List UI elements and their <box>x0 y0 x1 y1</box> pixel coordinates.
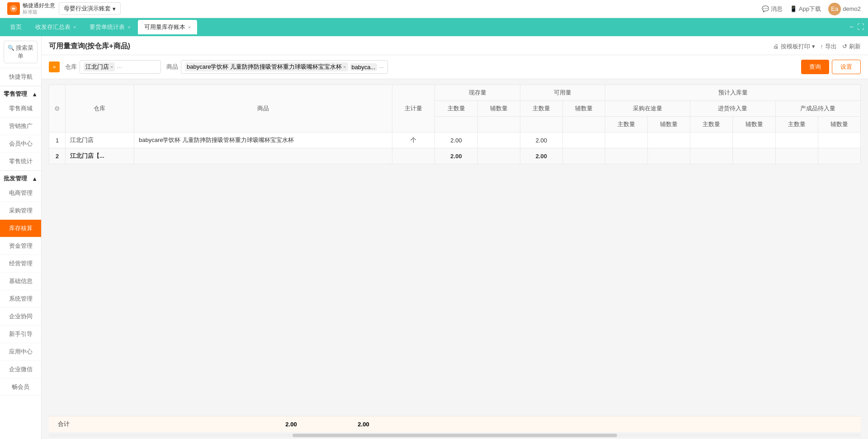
export-btn[interactable]: ↑ 导出 <box>821 42 837 51</box>
app-icon: 📱 <box>790 5 797 12</box>
row1-unit: 个 <box>392 132 435 148</box>
sidebar-item-new-guide[interactable]: 新手引导 <box>0 326 41 343</box>
refresh-btn[interactable]: ↺ 刷新 <box>842 42 861 51</box>
sidebar-item-marketing[interactable]: 营销推广 <box>0 118 41 135</box>
settings-btn[interactable]: 设置 <box>832 60 861 74</box>
warehouse-more-btn[interactable]: ··· <box>117 64 122 71</box>
sidebar-item-retail-mall[interactable]: 零售商城 <box>0 100 41 118</box>
warehouse-tag-close[interactable]: × <box>110 64 113 70</box>
row2-unit <box>392 148 435 164</box>
industry-selector[interactable]: 母婴行业演示账套 ▾ <box>59 2 121 15</box>
sidebar-item-ops-mgmt[interactable]: 经营管理 <box>0 255 41 273</box>
product-tag-1: babycare学饮杯 儿童防摔防撞吸管杯重力球吸嘴杯宝宝水杯 × <box>185 62 348 71</box>
row2-index: 2 <box>49 148 66 164</box>
table-row: 2 江北门店【... 2.00 2.00 <box>49 148 861 164</box>
sidebar-item-finance-mgmt[interactable]: 资金管理 <box>0 237 41 255</box>
top-bar: 畅捷通好生意 标准版 母婴行业演示账套 ▾ 💬 消息 📱 App下载 Ea de… <box>0 0 868 18</box>
sidebar-item-inventory-check[interactable]: 库存核算 <box>0 220 41 237</box>
th-fp-main: 主数量 <box>775 117 818 132</box>
logo-sub: 标准版 <box>23 9 55 15</box>
sidebar: 🔍 搜索菜单 快捷导航 零售管理 ▲ 零售商城 营销推广 会员中心 零售统计 批… <box>0 36 42 439</box>
message-btn[interactable]: 💬 消息 <box>762 5 783 13</box>
page-header: 可用量查询(按仓库+商品) 🖨 按模板打印 ▾ ↑ 导出 ↺ 刷新 <box>42 36 868 55</box>
row1-warehouse: 江北门店 <box>66 132 134 148</box>
th-pt-main: 主数量 <box>605 117 648 132</box>
th-pt-aux: 辅数量 <box>648 117 690 132</box>
sidebar-item-purchase-mgmt[interactable]: 采购管理 <box>0 202 41 220</box>
row1-index: 1 <box>49 132 66 148</box>
message-label: 消息 <box>771 5 783 13</box>
tab-order-stats[interactable]: 要货单统计表 × <box>83 20 137 34</box>
tab-bar-right: − ⛶ <box>849 23 864 31</box>
user-area[interactable]: Ea demo2 <box>828 3 861 15</box>
sidebar-search-btn[interactable]: 🔍 搜索菜单 <box>4 41 38 63</box>
row1-ip-main <box>690 132 733 148</box>
query-btn[interactable]: 查询 <box>801 60 829 74</box>
th-current-aux: 辅数量 <box>477 101 520 117</box>
row2-warehouse: 江北门店【... <box>66 148 134 164</box>
app-download-btn[interactable]: 📱 App下载 <box>790 5 821 13</box>
print-icon: 🖨 <box>773 43 779 50</box>
sidebar-item-app-center[interactable]: 应用中心 <box>0 343 41 361</box>
gear-icon[interactable]: ⚙ <box>54 105 60 112</box>
row2-pt-aux <box>648 148 690 164</box>
tab-available-stock[interactable]: 可用量库存账本 × <box>138 20 197 34</box>
scroll-thumb[interactable] <box>292 434 617 437</box>
tab-expand-btn[interactable]: ⛶ <box>857 23 864 31</box>
table-footer: 合计 2.00 2.00 <box>49 416 861 432</box>
sidebar-item-retail-stats[interactable]: 零售统计 <box>0 153 41 170</box>
table-row: 1 江北门店 babycare学饮杯 儿童防摔防撞吸管杯重力球吸嘴杯宝宝水杯 个… <box>49 132 861 148</box>
product-tag-1-close[interactable]: × <box>343 64 346 70</box>
app-download-label: App下载 <box>799 5 821 13</box>
th-inbound-pending: 进货待入量 <box>690 101 775 117</box>
sidebar-item-member-center[interactable]: 会员中心 <box>0 135 41 153</box>
tab-order-stats-close[interactable]: × <box>127 24 130 30</box>
top-bar-left: 畅捷通好生意 标准版 母婴行业演示账套 ▾ <box>7 2 121 15</box>
table-scrollbar[interactable] <box>49 434 861 437</box>
sidebar-item-ecommerce[interactable]: 电商管理 <box>0 184 41 202</box>
th-cm2 <box>477 117 520 132</box>
tab-minimize-btn[interactable]: − <box>849 23 854 31</box>
tab-available-stock-label: 可用量库存账本 <box>144 23 185 31</box>
sidebar-item-system-mgmt[interactable]: 系统管理 <box>0 290 41 308</box>
tab-receipt-summary-label: 收发存汇总表 <box>35 23 71 31</box>
th-available: 可用量 <box>520 85 605 101</box>
sidebar-item-enterprise-wechat[interactable]: 企业微信 <box>0 361 41 378</box>
th-warehouse: 仓库 <box>66 85 134 132</box>
product-more-btn[interactable]: ··· <box>379 64 384 71</box>
refresh-label: 刷新 <box>849 42 861 51</box>
th-unit: 主计量 <box>392 85 435 132</box>
sidebar-item-chang-member[interactable]: 畅会员 <box>0 378 41 396</box>
sidebar-item-wholesale-mgmt[interactable]: 批发管理 ▲ <box>0 170 41 184</box>
warehouse-filter-group: 仓库 江北门店 × ··· <box>65 60 161 74</box>
th-current-main: 主数量 <box>435 101 477 117</box>
th-settings: ⚙ <box>49 85 66 132</box>
th-fp-aux: 辅数量 <box>818 117 860 132</box>
row2-avail-main: 2.00 <box>520 148 562 164</box>
sidebar-item-retail-mgmt[interactable]: 零售管理 ▲ <box>0 86 41 100</box>
filter-expand-btn[interactable]: » <box>49 61 60 72</box>
logo-text: 畅捷通好生意 <box>23 2 55 9</box>
row1-current-aux <box>477 132 520 148</box>
page-actions: 🖨 按模板打印 ▾ ↑ 导出 ↺ 刷新 <box>773 42 861 51</box>
product-input[interactable]: babycare学饮杯 儿童防摔防撞吸管杯重力球吸嘴杯宝宝水杯 × babyca… <box>181 60 388 74</box>
top-bar-right: 💬 消息 📱 App下载 Ea demo2 <box>762 3 861 15</box>
th-cm1 <box>435 117 477 132</box>
tab-home[interactable]: 首页 <box>4 20 28 34</box>
th-purchase-transit: 采购在途量 <box>605 101 690 117</box>
warehouse-input[interactable]: 江北门店 × ··· <box>80 60 161 74</box>
row2-fp-aux <box>818 148 860 164</box>
tab-receipt-summary-close[interactable]: × <box>73 24 76 30</box>
export-label: 导出 <box>825 42 837 51</box>
sidebar-item-basic-info[interactable]: 基础信息 <box>0 273 41 290</box>
template-print-btn[interactable]: 🖨 按模板打印 ▾ <box>773 42 815 51</box>
sidebar-item-enterprise-collab[interactable]: 企业协同 <box>0 308 41 326</box>
tab-receipt-summary[interactable]: 收发存汇总表 × <box>29 20 82 34</box>
table-wrapper: ⚙ 仓库 商品 主计量 现存量 可用量 预计入库量 主数量 辅数量 主数量 辅数… <box>42 79 868 416</box>
sidebar-search-area: 🔍 搜索菜单 <box>0 36 41 68</box>
sidebar-item-quick-nav[interactable]: 快捷导航 <box>0 68 41 86</box>
warehouse-tag: 江北门店 × <box>84 62 115 71</box>
tab-available-stock-close[interactable]: × <box>188 24 191 30</box>
warehouse-label: 仓库 <box>65 63 77 71</box>
th-available-aux: 辅数量 <box>562 101 605 117</box>
